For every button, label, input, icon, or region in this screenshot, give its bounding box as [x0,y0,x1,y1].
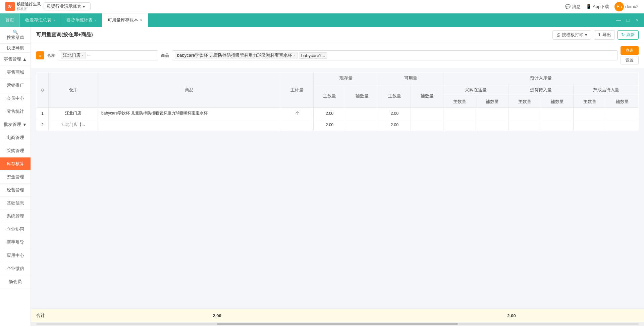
th-gear[interactable]: ⚙ [37,73,49,108]
cell-stock-main: 2.00 [313,108,346,119]
table-row: 1 江北门店 babycare学饮杯 儿童防摔防撞吸管杯重力球吸嘴杯宝宝水杯 个… [37,108,639,119]
product-tag-2[interactable]: babycare?... [299,52,328,59]
sidebar-item-inventory-check[interactable]: 库存核算 [0,157,31,171]
warehouse-tag-close[interactable]: × [82,54,84,57]
app-edition: 标准版 [17,7,41,11]
download-label: App下载 [593,4,609,10]
sidebar-item-member-center[interactable]: 会员中心 [0,92,31,105]
close-btn[interactable]: × [633,16,641,24]
sidebar-item-retail-stats[interactable]: 零售统计 [0,105,31,118]
th-incoming-main: 主数量 [508,96,541,108]
cell-unit [281,119,313,131]
chevron-icon: ▲ [22,57,27,62]
th-production-aux: 辅数量 [606,96,639,108]
th-purchase-transit-main: 主数量 [443,96,476,108]
cell-production-aux [606,119,639,131]
sidebar: 🔍 搜索菜单 快捷导航 零售管理 ▲ 零售商城 营销推广 会员中心 零售统计 批… [0,27,31,326]
cell-seq: 2 [37,119,49,131]
sidebar-inventory-label: 库存核算 [7,161,24,167]
footer-available-main: 2.00 [507,313,516,318]
th-purchase-transit-aux: 辅数量 [476,96,508,108]
footer-stock-main: 2.00 [213,313,221,318]
scrollbar-track[interactable] [36,323,639,325]
tab-order-stats[interactable]: 要货单统计表 × [61,13,102,27]
product-tag-1-text: babycare学饮杯 儿童防摔防撞吸管杯重力球吸嘴杯宝宝水杯 [177,52,292,58]
message-action[interactable]: 💬 消息 [565,4,581,10]
warehouse-tag[interactable]: 江北门店 × [61,52,86,59]
product-filter-container[interactable]: babycare学饮杯 儿童防摔防撞吸管杯重力球吸嘴杯宝宝水杯 × babyca… [172,50,618,60]
data-table: ⚙ 仓库 商品 主计量 现存量 [36,72,639,131]
tab-available-stock[interactable]: 可用量库存账本 × [102,13,148,27]
sidebar-item-retail-mall[interactable]: 零售商城 [0,66,31,79]
print-btn[interactable]: 🖨 按模板打印 ▾ [552,30,591,40]
sidebar-item-marketing[interactable]: 营销推广 [0,79,31,92]
cell-stock-aux [346,108,378,119]
cell-available-main: 2.00 [378,119,411,131]
sidebar-item-vip-member[interactable]: 畅会员 [0,275,31,288]
sidebar-item-new-guide[interactable]: 新手引导 [0,236,31,249]
sidebar-item-operations-mgmt[interactable]: 经营管理 [0,184,31,197]
sidebar-finance-label: 资金管理 [7,174,24,180]
warehouse-more-btn[interactable]: ··· [87,53,91,58]
app-name: 畅捷通好生意 [17,2,41,6]
sidebar-enterprise-collab-label: 企业协同 [7,226,24,232]
sidebar-quick-nav-label: 快捷导航 [7,45,24,50]
refresh-btn[interactable]: ↻ 刷新 [618,30,639,40]
header-right: 💬 消息 📱 App下载 Ea demo2 [565,2,639,11]
setting-btn[interactable]: 设置 [621,56,639,64]
tab-receipts-label: 收发存汇总表 [25,17,51,23]
download-action[interactable]: 📱 App下载 [586,4,609,10]
cell-product: babycare学饮杯 儿童防摔防撞吸管杯重力球吸嘴杯宝宝水杯 [98,108,281,119]
sidebar-purchase-label: 采购管理 [7,148,24,154]
sidebar-item-retail-mgmt[interactable]: 零售管理 ▲ [0,53,31,66]
phone-icon: 📱 [586,4,591,9]
tab-available-stock-label: 可用量库存账本 [108,17,138,23]
warehouse-filter-label: 仓库 [47,53,55,58]
sidebar-item-system-mgmt[interactable]: 系统管理 [0,210,31,223]
scrollbar-thumb[interactable] [217,323,458,325]
tab-home-label: 首页 [5,17,14,23]
user-action[interactable]: Ea demo2 [614,2,639,11]
filter-expand-btn[interactable]: » [36,51,44,59]
tab-receipts[interactable]: 收发存汇总表 × [20,13,61,27]
export-btn[interactable]: ⬆ 导出 [594,30,615,40]
minimize-btn[interactable]: — [614,16,623,24]
sidebar-item-purchase-mgmt[interactable]: 采购管理 [0,144,31,157]
sidebar-search[interactable]: 🔍 搜索菜单 [0,27,31,44]
sidebar-item-enterprise-wechat[interactable]: 企业微信 [0,262,31,275]
table-footer: 合计 2.00 2.00 [31,309,644,322]
tab-order-stats-close[interactable]: × [95,18,97,22]
sidebar-item-ecommerce-mgmt[interactable]: 电商管理 [0,131,31,144]
tab-available-stock-close[interactable]: × [140,18,142,22]
th-product: 商品 [98,73,281,108]
sidebar-operations-label: 经营管理 [7,187,24,193]
sidebar-item-wholesale-mgmt[interactable]: 批发管理 ▼ [0,118,31,131]
app-logo-icon: 好 [5,2,15,11]
tab-home[interactable]: 首页 [0,13,20,27]
th-production-group: 产成品待入量 [574,84,639,96]
gear-icon[interactable]: ⚙ [41,88,45,93]
industry-selector[interactable]: 母婴行业演示账套 ▾ [44,2,91,10]
footer-available-main-value: 2.00 [507,313,516,318]
cell-incoming-aux [541,119,574,131]
query-btn[interactable]: 查询 [621,46,639,55]
sidebar-app-center-label: 应用中心 [7,252,24,259]
sidebar-retail-mall-label: 零售商城 [7,69,24,75]
maximize-btn[interactable]: □ [624,16,632,24]
sidebar-quick-nav[interactable]: 快捷导航 [0,44,31,53]
sidebar-item-basic-info[interactable]: 基础信息 [0,197,31,210]
sidebar-item-finance-mgmt[interactable]: 资金管理 [0,171,31,184]
tab-receipts-close[interactable]: × [53,18,55,22]
product-tag-1-close[interactable]: × [293,54,295,57]
sidebar-item-enterprise-collab[interactable]: 企业协同 [0,223,31,236]
sidebar-item-app-center[interactable]: 应用中心 [0,249,31,262]
header-left: 好 畅捷通好生意 标准版 母婴行业演示账套 ▾ [5,2,91,11]
page-title: 可用量查询(按仓库+商品) [36,32,93,38]
avatar: Ea [614,2,624,11]
product-tag-1[interactable]: babycare学饮杯 儿童防摔防撞吸管杯重力球吸嘴杯宝宝水杯 × [175,52,298,59]
user-initials: Ea [616,4,622,9]
table-body: 1 江北门店 babycare学饮杯 儿童防摔防撞吸管杯重力球吸嘴杯宝宝水杯 个… [37,108,639,131]
sidebar-new-guide-label: 新手引导 [7,239,24,245]
sidebar-basic-info-label: 基础信息 [7,200,24,206]
warehouse-filter-container[interactable]: 江北门店 × ··· [58,50,158,60]
